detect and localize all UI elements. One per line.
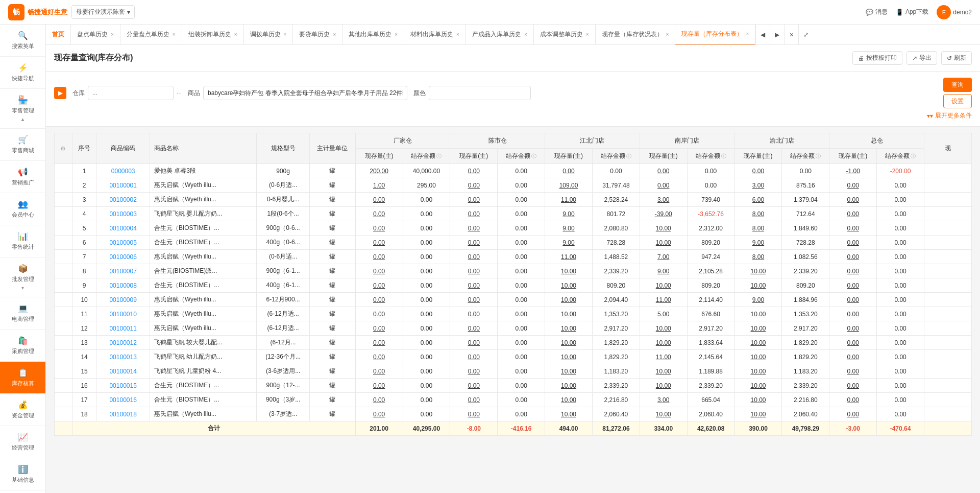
cell-total-qty[interactable]: 0.00 <box>829 379 877 393</box>
cell-nanan-qty[interactable]: 5.00 <box>640 307 687 321</box>
cell-total-qty[interactable]: 0.00 <box>829 321 877 336</box>
cell-jiangbei-qty[interactable]: 10.00 <box>545 407 593 421</box>
cell-chenshi-qty[interactable]: 0.00 <box>450 293 498 307</box>
cell-factory-qty[interactable]: 0.00 <box>355 379 403 393</box>
cell-total-qty[interactable]: 0.00 <box>829 393 877 407</box>
close-icon[interactable]: × <box>333 32 336 37</box>
info-icon-chenshi[interactable]: ⓘ <box>531 153 536 159</box>
cell-factory-qty[interactable]: 0.00 <box>355 221 403 236</box>
sidebar-item-system[interactable]: ⚙️ 系统管理 <box>0 490 45 493</box>
cell-nanan-qty[interactable]: 0.00 <box>640 178 687 193</box>
nav-close-all-button[interactable]: × <box>784 25 798 45</box>
cell-factory-qty[interactable]: 0.00 <box>355 293 403 307</box>
cell-nanan-qty[interactable]: 10.00 <box>640 321 687 336</box>
cell-factory-qty[interactable]: 0.00 <box>355 278 403 293</box>
cell-yubeii-qty[interactable]: 10.00 <box>734 321 782 336</box>
warehouse-dots[interactable]: ··· <box>177 89 182 97</box>
company-select[interactable]: 母婴行业演示陈套 ▾ <box>71 5 135 19</box>
cell-nanan-qty[interactable]: 3.00 <box>640 393 687 407</box>
info-icon-jiangbei[interactable]: ⓘ <box>626 153 631 159</box>
cell-jiangbei-qty[interactable]: 10.00 <box>545 293 593 307</box>
cell-nanan-qty[interactable]: 10.00 <box>640 364 687 379</box>
cell-total-qty[interactable]: 0.00 <box>829 207 877 221</box>
info-icon-nanan[interactable]: ⓘ <box>721 153 726 159</box>
cell-nanan-qty[interactable]: 3.00 <box>640 193 687 207</box>
sidebar-item-operations[interactable]: 📈 经营管理 <box>0 426 45 458</box>
info-icon-yubeii[interactable]: ⓘ <box>816 153 821 159</box>
cell-jiangbei-qty[interactable]: 10.00 <box>545 321 593 336</box>
cell-jiangbei-qty[interactable]: 0.00 <box>545 164 593 178</box>
cell-total-qty[interactable]: 0.00 <box>829 336 877 350</box>
cell-factory-qty[interactable]: 0.00 <box>355 407 403 421</box>
nav-tab-requisition[interactable]: 要货单历史 × <box>293 25 342 45</box>
cell-nanan-qty[interactable]: 11.00 <box>640 350 687 364</box>
nav-tab-combo[interactable]: 组装拆卸单历史 × <box>182 25 244 45</box>
cell-yubeii-qty[interactable]: 8.00 <box>734 221 782 236</box>
nav-tab-sub-inventory[interactable]: 分量盘点单历史 × <box>120 25 182 45</box>
cell-total-qty[interactable]: 0.00 <box>829 278 877 293</box>
cell-chenshi-qty[interactable]: 0.00 <box>450 364 498 379</box>
cell-total-qty[interactable]: 0.00 <box>829 364 877 379</box>
close-icon[interactable]: × <box>456 32 459 37</box>
cell-total-qty[interactable]: 0.00 <box>829 193 877 207</box>
refresh-button[interactable]: ↺ 刷新 <box>941 51 972 65</box>
warehouse-input[interactable] <box>88 86 174 100</box>
sidebar-item-purchase[interactable]: 🛍️ 采购管理 <box>0 330 45 362</box>
sidebar-item-search[interactable]: 🔍 搜索英单 <box>0 25 45 57</box>
cell-yubeii-qty[interactable]: 8.00 <box>734 207 782 221</box>
cell-chenshi-qty[interactable]: 0.00 <box>450 307 498 321</box>
nav-tab-home[interactable]: 首页 <box>46 25 71 45</box>
cell-factory-qty[interactable]: 0.00 <box>355 321 403 336</box>
nav-tab-transfer[interactable]: 调拨单历史 × <box>244 25 293 45</box>
cell-chenshi-qty[interactable]: 0.00 <box>450 221 498 236</box>
cell-total-qty[interactable]: 0.00 <box>829 407 877 421</box>
cell-chenshi-qty[interactable]: 0.00 <box>450 193 498 207</box>
cell-nanan-qty[interactable]: 11.00 <box>640 293 687 307</box>
cell-jiangbei-qty[interactable]: 9.00 <box>545 207 593 221</box>
user-action[interactable]: E demo2 <box>937 5 972 19</box>
cell-chenshi-qty[interactable]: 0.00 <box>450 393 498 407</box>
close-icon[interactable]: × <box>234 32 237 37</box>
cell-yubeii-qty[interactable]: 10.00 <box>734 336 782 350</box>
sidebar-item-ecommerce[interactable]: 💻 电商管理 <box>0 297 45 330</box>
info-icon-factory[interactable]: ⓘ <box>436 153 442 159</box>
nav-tab-stock-dist[interactable]: 现存量（库存分布表） × <box>675 25 755 45</box>
cell-jiangbei-qty[interactable]: 11.00 <box>545 250 593 264</box>
cell-yubeii-qty[interactable]: 10.00 <box>734 393 782 407</box>
gear-icon[interactable]: ⚙ <box>60 145 66 152</box>
nav-expand-button[interactable]: ⤢ <box>798 25 813 45</box>
query-button[interactable]: 查询 <box>943 78 972 92</box>
close-icon[interactable]: × <box>586 32 589 37</box>
cell-jiangbei-qty[interactable]: 10.00 <box>545 350 593 364</box>
cell-chenshi-qty[interactable]: 0.00 <box>450 236 498 250</box>
cell-nanan-qty[interactable]: 10.00 <box>640 236 687 250</box>
collapse-button[interactable]: ▶ <box>54 87 66 99</box>
product-input[interactable] <box>203 86 407 100</box>
cell-jiangbei-qty[interactable]: 10.00 <box>545 264 593 278</box>
cell-chenshi-qty[interactable]: 0.00 <box>450 250 498 264</box>
cell-factory-qty[interactable]: 0.00 <box>355 336 403 350</box>
info-icon-total[interactable]: ⓘ <box>911 153 916 159</box>
cell-chenshi-qty[interactable]: 0.00 <box>450 178 498 193</box>
cell-yubeii-qty[interactable]: 10.00 <box>734 307 782 321</box>
nav-tab-stock-table[interactable]: 现存量（库存状况表） × <box>596 25 676 45</box>
cell-nanan-qty[interactable]: 10.00 <box>640 336 687 350</box>
cell-total-qty[interactable]: 0.00 <box>829 250 877 264</box>
cell-nanan-qty[interactable]: 0.00 <box>640 164 687 178</box>
nav-tab-inventory-check[interactable]: 盘点单历史 × <box>71 25 120 45</box>
sidebar-item-member[interactable]: 👥 会员中心 <box>0 193 45 225</box>
cell-total-qty[interactable]: -1.00 <box>829 164 877 178</box>
cell-nanan-qty[interactable]: 10.00 <box>640 379 687 393</box>
color-input[interactable] <box>429 86 531 100</box>
cell-nanan-qty[interactable]: 10.00 <box>640 407 687 421</box>
cell-chenshi-qty[interactable]: 0.00 <box>450 164 498 178</box>
cell-factory-qty[interactable]: 200.00 <box>355 164 403 178</box>
cell-jiangbei-qty[interactable]: 10.00 <box>545 278 593 293</box>
cell-factory-qty[interactable]: 0.00 <box>355 364 403 379</box>
cell-jiangbei-qty[interactable]: 10.00 <box>545 379 593 393</box>
sidebar-item-basic-info[interactable]: ℹ️ 基础信息 <box>0 458 45 490</box>
cell-factory-qty[interactable]: 1.00 <box>355 178 403 193</box>
cell-jiangbei-qty[interactable]: 9.00 <box>545 221 593 236</box>
cell-chenshi-qty[interactable]: 0.00 <box>450 321 498 336</box>
message-action[interactable]: 💬 消息 <box>866 8 888 16</box>
